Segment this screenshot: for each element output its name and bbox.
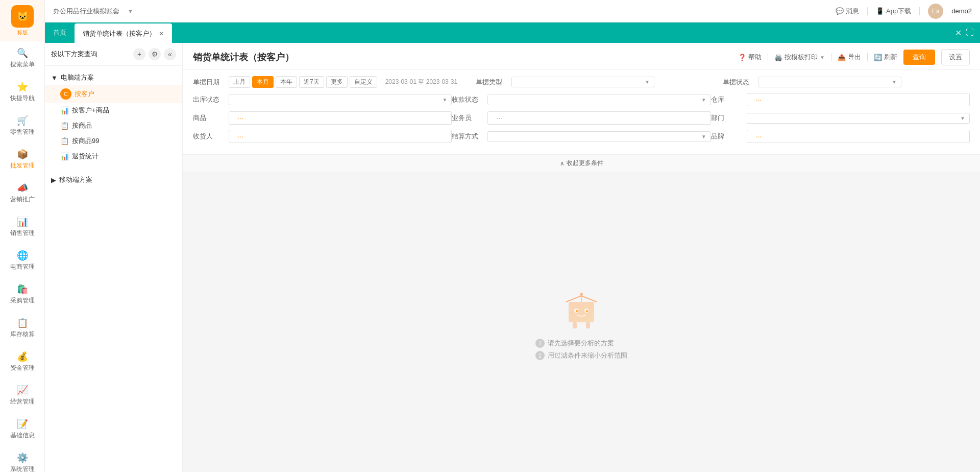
empty-state: 1 请先选择要分析的方案 2 用过滤条件来缩小分析范围: [535, 281, 627, 363]
sidebar-item-wholesale[interactable]: 📦 批发管理: [0, 143, 44, 176]
app-title-dropdown-icon[interactable]: ▼: [128, 8, 133, 14]
sidebar-item-search[interactable]: 🔍 搜索菜单: [0, 41, 44, 75]
brand-select[interactable]: ···: [747, 130, 970, 143]
add-scheme-btn[interactable]: +: [133, 48, 145, 60]
salesperson-select[interactable]: ···: [487, 111, 710, 125]
pay-status-label: 收款状态: [452, 95, 487, 104]
tab-sales-stats[interactable]: 销货单统计表（按客户） ✕: [75, 23, 172, 44]
collapse-bar[interactable]: ∧ 收起更多条件: [183, 155, 980, 172]
tree-parent-desktop[interactable]: ▼ 电脑端方案: [45, 70, 182, 85]
shortcut-icon: ⭐: [17, 81, 28, 92]
sidebar-logo[interactable]: 🐱 标版: [0, 0, 44, 41]
date-range: 2023-03-01 至 2023-03-31: [385, 78, 457, 86]
pay-status-select[interactable]: ▼: [487, 95, 710, 105]
recipient-select[interactable]: ···: [229, 130, 452, 143]
warehouse-dots[interactable]: ···: [753, 96, 764, 104]
query-btn[interactable]: 查询: [903, 50, 935, 65]
user-name[interactable]: demo2: [951, 7, 972, 15]
sidebar-item-sales[interactable]: 📊 销售管理: [0, 210, 44, 244]
tab-close-window-btn[interactable]: ✕: [955, 28, 962, 38]
settlement-col: 结算方式 ▼: [452, 131, 710, 142]
refresh-btn[interactable]: 🔄 刷新: [874, 53, 897, 62]
help-btn[interactable]: ❓ 帮助: [738, 53, 762, 62]
right-main: 销货单统计表（按客户） ❓ 帮助 🖨️ 按模板打印 ▼ 📤: [183, 43, 980, 472]
filter-row-date: 单据日期 上月 本月 本年 近7天 更多 自定义 2023-03-01 至 20…: [193, 76, 970, 88]
tree-child-by-customer-goods[interactable]: 📊 按客户+商品: [45, 103, 182, 118]
tab-close-btn[interactable]: ✕: [159, 30, 164, 37]
date-btn-this-month[interactable]: 本月: [252, 76, 274, 88]
sidebar-item-purchase[interactable]: 🛍️ 采购管理: [0, 277, 44, 311]
app-title[interactable]: 办公用品行业模拟账套: [53, 7, 119, 16]
date-btn-7days[interactable]: 近7天: [299, 76, 324, 88]
print-template-btn[interactable]: 🖨️ 按模板打印 ▼: [774, 53, 825, 62]
sidebar-item-ecommerce[interactable]: 🌐 电商管理: [0, 244, 44, 277]
sidebar-nav: 🔍 搜索菜单 ⭐ 快捷导航 🛒 零售管理 📦 批发管理 📣 营销推广 📊 销售管…: [0, 41, 44, 472]
pay-status-col: 收款状态 ▼: [452, 95, 710, 105]
settings-scheme-btn[interactable]: ⚙: [149, 48, 161, 60]
doc-status-select[interactable]: ▼: [758, 77, 901, 87]
empty-tip-1: 1 请先选择要分析的方案: [535, 339, 627, 348]
inventory-icon: 📋: [17, 317, 28, 328]
sidebar-item-label: 零售管理: [10, 128, 35, 136]
date-btn-last-month[interactable]: 上月: [229, 76, 250, 88]
sidebar-item-label: 基础信息: [10, 431, 35, 440]
app-download-btn[interactable]: 📱 App下载: [876, 7, 911, 16]
date-btn-more[interactable]: 更多: [326, 76, 348, 88]
recipient-dots[interactable]: ···: [235, 132, 246, 140]
home-label: 首页: [53, 28, 66, 37]
doc-type-arrow: ▼: [645, 79, 650, 85]
goods-select[interactable]: ···: [229, 111, 452, 125]
tree-parent-label: 电脑端方案: [61, 73, 94, 82]
doc-status-section: 单据状态 ▼: [723, 77, 970, 87]
sidebar-item-finance[interactable]: 💰 资金管理: [0, 345, 44, 379]
stock-status-select[interactable]: ▼: [229, 95, 452, 105]
page-actions: ❓ 帮助 🖨️ 按模板打印 ▼ 📤 导出: [738, 49, 970, 65]
sidebar-item-retail[interactable]: 🛒 零售管理: [0, 109, 44, 143]
warehouse-col: 仓库 ···: [711, 93, 970, 106]
sidebar-item-label: 电商管理: [10, 263, 35, 271]
collapse-panel-btn[interactable]: «: [164, 48, 176, 60]
tip-num-1: 1: [535, 339, 545, 348]
doc-type-select[interactable]: ▼: [511, 77, 654, 87]
export-btn[interactable]: 📤 导出: [838, 53, 861, 62]
ecommerce-icon: 🌐: [17, 250, 28, 261]
by-goods99-label: 按商品99: [72, 136, 99, 146]
sidebar-item-label: 系统管理: [10, 465, 35, 472]
tree-child-by-goods[interactable]: 📋 按商品: [45, 118, 182, 133]
search-icon: 🔍: [17, 48, 28, 59]
salesperson-dots[interactable]: ···: [494, 114, 504, 122]
tree-child-by-customer[interactable]: C 按客户: [45, 85, 182, 103]
sidebar-item-operation[interactable]: 📈 经营管理: [0, 379, 44, 412]
app-download-label: App下载: [886, 7, 911, 16]
svg-rect-8: [586, 322, 590, 328]
tree-parent-mobile[interactable]: ▶ 移动端方案: [45, 172, 182, 187]
tree-child-by-goods99[interactable]: 📋 按商品99: [45, 133, 182, 149]
data-area: 1 请先选择要分析的方案 2 用过滤条件来缩小分析范围: [183, 172, 980, 472]
message-btn[interactable]: 💬 消息: [836, 7, 859, 16]
page-title: 销货单统计表（按客户）: [193, 51, 738, 63]
sidebar-item-shortcut[interactable]: ⭐ 快捷导航: [0, 75, 44, 109]
filter-row-2: 出库状态 ▼ 收款状态 ▼ 仓库: [193, 93, 970, 106]
settings-btn[interactable]: 设置: [941, 49, 970, 65]
sidebar-item-inventory[interactable]: 📋 库存核算: [0, 311, 44, 345]
retail-icon: 🛒: [17, 115, 28, 126]
goods-dots[interactable]: ···: [235, 114, 246, 122]
settlement-select[interactable]: ▼: [487, 131, 710, 142]
sidebar-item-marketing[interactable]: 📣 营销推广: [0, 176, 44, 210]
sidebar-item-basic[interactable]: 📝 基础信息: [0, 412, 44, 446]
by-customer-label: 按客户: [75, 89, 94, 99]
filter-row-4: 收货人 ··· 结算方式 ▼ 品牌: [193, 130, 970, 143]
tab-home[interactable]: 首页: [45, 22, 75, 43]
date-btn-custom[interactable]: 自定义: [350, 76, 377, 88]
collapse-label: 收起更多条件: [567, 159, 603, 168]
brand-dots[interactable]: ···: [753, 132, 764, 140]
tab-expand-btn[interactable]: ⛶: [966, 28, 974, 37]
tab-bar: 首页 销货单统计表（按客户） ✕ ✕ ⛶: [45, 22, 980, 43]
tree-child-refund-stats[interactable]: 📊 退货统计: [45, 149, 182, 164]
recipient-label: 收货人: [193, 132, 229, 141]
logo-text: 标版: [17, 29, 28, 36]
warehouse-select[interactable]: ···: [747, 93, 970, 106]
department-select[interactable]: ▼: [747, 113, 970, 124]
date-btn-this-year[interactable]: 本年: [276, 76, 297, 88]
sidebar-item-system[interactable]: ⚙️ 系统管理: [0, 446, 44, 472]
